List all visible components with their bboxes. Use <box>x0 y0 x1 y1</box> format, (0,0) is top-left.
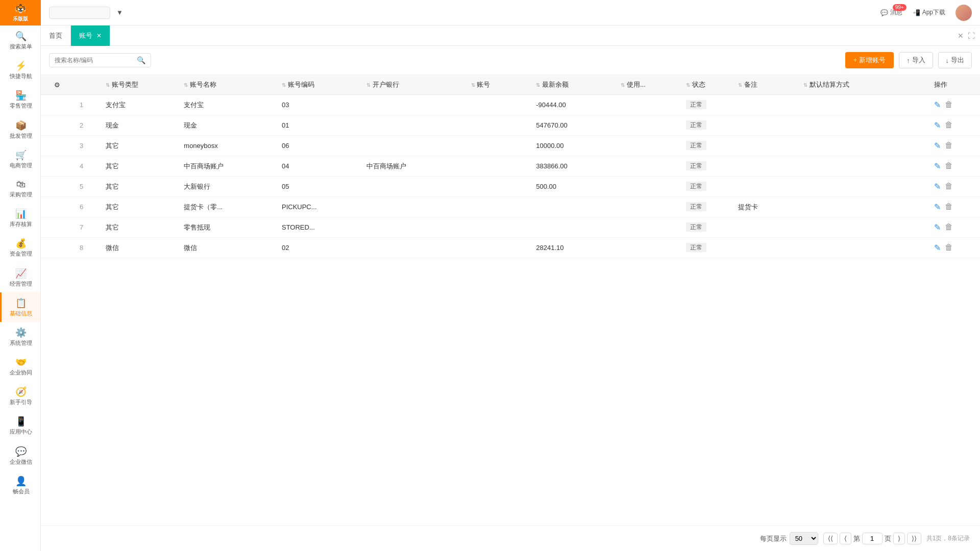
edit-button[interactable]: ✎ <box>934 141 941 151</box>
cell-usage <box>615 156 680 177</box>
sidebar-item-purchase-mgmt[interactable]: 🛍 采购管理 <box>0 174 40 203</box>
col-account[interactable]: ⇅ 账号 <box>465 75 530 95</box>
cell-bank <box>360 238 464 258</box>
topbar-dropdown[interactable]: ▼ <box>116 9 123 16</box>
col-name[interactable]: ⇅ 账号名称 <box>178 75 276 95</box>
window-close-icon[interactable]: ✕ <box>958 32 964 40</box>
cell-type: 微信 <box>100 238 178 258</box>
sidebar-item-enterprise-agreement[interactable]: 🤝 企业协同 <box>0 352 40 381</box>
edit-button[interactable]: ✎ <box>934 100 941 110</box>
sidebar-item-basic-info[interactable]: 📋 基础信息 <box>0 292 40 322</box>
sidebar-item-ecommerce-mgmt[interactable]: 🛒 电商管理 <box>0 144 40 174</box>
sidebar-item-label: 批发管理 <box>10 133 32 139</box>
sidebar-item-retail-mgmt[interactable]: 🏪 零售管理 <box>0 85 40 114</box>
cell-status: 正常 <box>680 156 732 177</box>
sidebar-item-quick-nav[interactable]: ⚡ 快捷导航 <box>0 55 40 85</box>
cell-account <box>465 177 530 197</box>
sidebar-item-search-menu[interactable]: 🔍 搜索菜单 <box>0 26 40 55</box>
edit-button[interactable]: ✎ <box>934 182 941 191</box>
col-settings[interactable]: ⚙ <box>41 75 74 95</box>
cell-code: 04 <box>276 156 360 177</box>
sidebar-item-enterprise-wechat[interactable]: 💬 企业微信 <box>0 441 40 470</box>
delete-button[interactable]: 🗑 <box>945 120 953 130</box>
tab-close-icon[interactable]: ✕ <box>96 32 102 39</box>
sidebar-item-app-center[interactable]: 📱 应用中心 <box>0 411 40 440</box>
col-default-settle[interactable]: ⇅ 默认结算方式 <box>797 75 928 95</box>
status-badge: 正常 <box>686 100 706 109</box>
sidebar-item-wholesale-mgmt[interactable]: 📦 批发管理 <box>0 115 40 144</box>
delete-button[interactable]: 🗑 <box>945 100 953 110</box>
cell-no: 6 <box>74 197 100 217</box>
cell-type: 其它 <box>100 136 178 156</box>
sidebar-item-ops-mgmt[interactable]: 📈 经营管理 <box>0 263 40 292</box>
col-status[interactable]: ⇅ 状态 <box>680 75 732 95</box>
ecommerce-icon: 🛒 <box>15 149 27 161</box>
col-balance-sort-icon: ⇅ <box>536 82 540 88</box>
col-bank[interactable]: ⇅ 开户银行 <box>360 75 464 95</box>
sidebar-item-finance-mgmt[interactable]: 💰 资金管理 <box>0 233 40 262</box>
action-buttons: ✎ 🗑 <box>934 182 974 191</box>
import-button[interactable]: ↑ 导入 <box>899 52 933 68</box>
cell-code: 03 <box>276 95 360 115</box>
message-button[interactable]: 💬 消息 99+ <box>880 8 902 17</box>
col-type[interactable]: ⇅ 账号类型 <box>100 75 178 95</box>
edit-button[interactable]: ✎ <box>934 161 941 171</box>
edit-button[interactable]: ✎ <box>934 243 941 253</box>
col-usage[interactable]: ⇅ 使用... <box>615 75 680 95</box>
tab-account[interactable]: 账号 ✕ <box>71 26 110 46</box>
sidebar-item-label: 库存核算 <box>10 221 32 228</box>
top-search-box[interactable] <box>49 7 110 19</box>
cell-status: 正常 <box>680 136 732 156</box>
col-usage-sort-icon: ⇅ <box>621 82 625 88</box>
action-buttons: ✎ 🗑 <box>934 120 974 130</box>
per-page-select[interactable]: 50 100 200 <box>790 532 818 545</box>
avatar[interactable] <box>955 5 972 21</box>
first-page-button[interactable]: ⟨⟨ <box>823 533 838 544</box>
sidebar-item-member[interactable]: 👤 畅会员 <box>0 470 40 500</box>
search-box[interactable]: 🔍 <box>49 53 151 67</box>
prev-page-button[interactable]: ⟨ <box>840 533 851 544</box>
app-download-button[interactable]: 📲 App下载 <box>913 8 945 17</box>
cell-action: ✎ 🗑 <box>928 238 980 258</box>
col-bank-sort-icon: ⇅ <box>366 82 371 88</box>
action-buttons: ✎ 🗑 <box>934 161 974 171</box>
page-input[interactable] <box>862 533 883 544</box>
add-account-button[interactable]: + 新增账号 <box>845 52 894 68</box>
window-expand-icon[interactable]: ⛶ <box>968 32 975 40</box>
sidebar-item-inventory-calc[interactable]: 📊 库存核算 <box>0 203 40 233</box>
delete-button[interactable]: 🗑 <box>945 161 953 171</box>
col-remark[interactable]: ⇅ 备注 <box>732 75 797 95</box>
sidebar-item-label: 应用中心 <box>10 429 32 435</box>
delete-button[interactable]: 🗑 <box>945 141 953 151</box>
edit-button[interactable]: ✎ <box>934 202 941 212</box>
cell-name: 大新银行 <box>178 177 276 197</box>
search-input[interactable] <box>55 57 137 64</box>
status-badge: 正常 <box>686 182 706 191</box>
tab-bar: 首页 账号 ✕ ✕ ⛶ <box>41 26 980 46</box>
delete-button[interactable]: 🗑 <box>945 182 953 191</box>
edit-button[interactable]: ✎ <box>934 222 941 232</box>
next-page-button[interactable]: ⟩ <box>893 533 905 544</box>
export-button[interactable]: ↓ 导出 <box>938 52 972 68</box>
sidebar-item-new-guide[interactable]: 🧭 新手引导 <box>0 381 40 411</box>
cell-bank <box>360 177 464 197</box>
settings-icon[interactable]: ⚙ <box>54 81 60 89</box>
sidebar-item-label: 搜索菜单 <box>10 43 32 50</box>
cell-remark <box>732 115 797 136</box>
col-code[interactable]: ⇅ 账号编码 <box>276 75 360 95</box>
export-icon: ↓ <box>946 57 949 64</box>
action-buttons: ✎ 🗑 <box>934 243 974 253</box>
table-row: 7 其它 零售抵现 STORED... 正常 ✎ 🗑 <box>41 217 980 238</box>
export-label: 导出 <box>951 56 964 65</box>
col-balance[interactable]: ⇅ 最新余额 <box>530 75 615 95</box>
delete-button[interactable]: 🗑 <box>945 202 953 212</box>
last-page-button[interactable]: ⟩⟩ <box>907 533 921 544</box>
edit-button[interactable]: ✎ <box>934 120 941 130</box>
cell-name: 现金 <box>178 115 276 136</box>
delete-button[interactable]: 🗑 <box>945 222 953 232</box>
toolbar: 🔍 + 新增账号 ↑ 导入 ↓ 导出 <box>41 46 980 75</box>
delete-button[interactable]: 🗑 <box>945 243 953 253</box>
top-search-input[interactable] <box>54 9 100 16</box>
tab-home[interactable]: 首页 <box>41 26 71 46</box>
sidebar-item-system-mgmt[interactable]: ⚙️ 系统管理 <box>0 322 40 352</box>
